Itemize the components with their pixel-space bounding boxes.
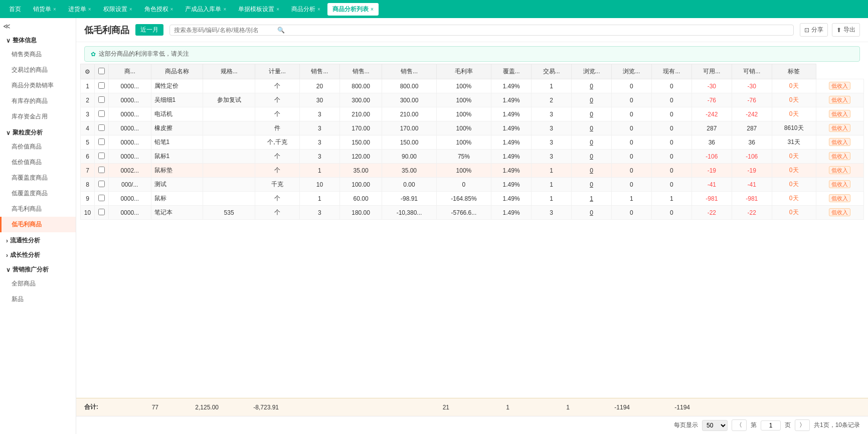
row-checkbox-cell[interactable] xyxy=(95,206,109,220)
row-checkbox-cell[interactable] xyxy=(95,107,109,121)
nav-analysis[interactable]: 商品分析 × xyxy=(286,3,325,16)
table-row: 7 0002... 鼠标垫 个 1 35.00 35.00 100% 1.49%… xyxy=(81,164,864,178)
sidebar-item-in-stock[interactable]: 有库存的商品 xyxy=(0,93,76,109)
row-trade[interactable]: 0 xyxy=(572,79,612,93)
sidebar-item-capital[interactable]: 库存资金占用 xyxy=(0,109,76,124)
sidebar-item-traded[interactable]: 交易过的商品 xyxy=(0,62,76,78)
page-number-input[interactable] xyxy=(761,420,781,430)
row-trade[interactable]: 0 xyxy=(572,135,612,150)
row-checkbox-cell[interactable] xyxy=(95,192,109,206)
row-checkbox-cell[interactable] xyxy=(95,121,109,135)
table-footer: 合计: 77 2,125.00 -8,723.91 21 1 1 -1194 -… xyxy=(76,398,868,416)
row-checkbox[interactable] xyxy=(98,167,105,173)
sidebar-item-high-coverage[interactable]: 高覆盖度商品 xyxy=(0,170,76,186)
row-checkbox-cell[interactable] xyxy=(95,164,109,178)
row-checkbox-cell[interactable] xyxy=(95,79,109,93)
row-checkbox[interactable] xyxy=(98,181,105,187)
nav-analysis-list[interactable]: 商品分析列表 × xyxy=(327,3,379,16)
row-trade[interactable]: 0 xyxy=(572,150,612,164)
row-trade[interactable]: 0 xyxy=(572,206,612,220)
col-trade[interactable]: 交易... xyxy=(532,64,572,79)
col-settings[interactable]: ⚙ xyxy=(81,64,95,79)
col-tag[interactable]: 标签 xyxy=(772,64,816,79)
col-amount[interactable]: 销售... xyxy=(382,64,436,79)
close-icon[interactable]: × xyxy=(129,7,132,12)
col-checkbox[interactable] xyxy=(95,64,109,79)
sidebar-group-circulation[interactable]: › 流通性分析 xyxy=(0,232,76,247)
close-icon[interactable]: × xyxy=(223,7,226,12)
sidebar-item-low-value[interactable]: 低价值商品 xyxy=(0,155,76,170)
close-icon[interactable]: × xyxy=(170,7,173,12)
table-container[interactable]: ⚙ 商... 商品名称 规格... 计量... 销售... 销售... 销售..… xyxy=(76,64,868,398)
col-name[interactable]: 商品名称 xyxy=(151,64,203,79)
per-page-select[interactable]: 50 100 200 xyxy=(702,420,728,431)
nav-roles[interactable]: 角色授权 × xyxy=(139,3,179,16)
row-trade[interactable]: 0 xyxy=(572,107,612,121)
row-checkbox[interactable] xyxy=(98,82,105,89)
row-checkbox-cell[interactable] xyxy=(95,135,109,150)
sidebar-item-sales-products[interactable]: 销售类商品 xyxy=(0,47,76,62)
col-code[interactable]: 商... xyxy=(109,64,151,79)
col-unit[interactable]: 计量... xyxy=(255,64,299,79)
sidebar-item-low-coverage[interactable]: 低覆盖度商品 xyxy=(0,186,76,201)
col-stock[interactable]: 现有... xyxy=(651,64,691,79)
next-page-btn[interactable]: 〉 xyxy=(795,419,810,431)
row-trade[interactable]: 0 xyxy=(572,178,612,192)
sidebar-item-high-value[interactable]: 高价值商品 xyxy=(0,139,76,155)
close-icon[interactable]: × xyxy=(53,7,56,12)
nav-permissions[interactable]: 权限设置 × xyxy=(98,3,137,16)
close-icon[interactable]: × xyxy=(371,7,374,12)
row-checkbox[interactable] xyxy=(98,209,105,215)
filter-recent-btn[interactable]: 近一月 xyxy=(135,24,163,36)
share-button[interactable]: ⊡ 分享 xyxy=(800,23,828,37)
row-checkbox-cell[interactable] xyxy=(95,93,109,107)
col-browse1[interactable]: 浏览... xyxy=(572,64,612,79)
close-icon[interactable]: × xyxy=(276,7,279,12)
sidebar-group-growth[interactable]: › 成长性分析 xyxy=(0,247,76,261)
search-input[interactable] xyxy=(174,27,274,34)
nav-home[interactable]: 首页 xyxy=(4,3,26,16)
row-amount: -10,380... xyxy=(382,206,436,220)
row-checkbox-cell[interactable] xyxy=(95,178,109,192)
col-browse2[interactable]: 浏览... xyxy=(611,64,651,79)
footer-amount: -8,723.91 xyxy=(239,404,279,411)
sidebar-item-all-products[interactable]: 全部商品 xyxy=(0,276,76,292)
sidebar-item-category-rate[interactable]: 商品分类助销率 xyxy=(0,78,76,93)
row-trade[interactable]: 0 xyxy=(572,121,612,135)
row-tag: 低收入 xyxy=(816,192,863,206)
row-checkbox[interactable] xyxy=(98,124,105,131)
nav-sales[interactable]: 销货单 × xyxy=(28,3,61,16)
col-avail[interactable]: 可用... xyxy=(691,64,732,79)
export-button[interactable]: ⬆ 导出 xyxy=(832,23,860,37)
row-trade[interactable]: 0 xyxy=(572,164,612,178)
row-trade[interactable]: 0 xyxy=(572,93,612,107)
sidebar-item-new-products[interactable]: 新品 xyxy=(0,292,76,307)
row-checkbox[interactable] xyxy=(98,110,105,117)
nav-purchase[interactable]: 进货单 × xyxy=(63,3,96,16)
row-checkbox[interactable] xyxy=(98,96,105,103)
row-trade[interactable]: 1 xyxy=(572,192,612,206)
col-price[interactable]: 销售... xyxy=(339,64,382,79)
sidebar-item-high-profit[interactable]: 高毛利商品 xyxy=(0,201,76,217)
row-checkbox[interactable] xyxy=(98,195,105,201)
collapse-icon[interactable]: ≪ xyxy=(3,22,11,30)
col-coverage[interactable]: 覆盖... xyxy=(491,64,532,79)
row-checkbox[interactable] xyxy=(98,153,105,159)
close-icon[interactable]: × xyxy=(88,7,91,12)
close-icon[interactable]: × xyxy=(317,7,320,12)
nav-products[interactable]: 产成品入库单 × xyxy=(180,3,231,16)
select-all-checkbox[interactable] xyxy=(98,68,105,74)
col-spec[interactable]: 规格... xyxy=(203,64,255,79)
col-qty[interactable]: 销售... xyxy=(299,64,339,79)
row-unit: 件 xyxy=(255,121,299,135)
row-stock: -30 xyxy=(691,79,732,93)
prev-page-btn[interactable]: 〈 xyxy=(732,419,747,431)
row-gross: 1.49% xyxy=(491,93,532,107)
row-checkbox-cell[interactable] xyxy=(95,150,109,164)
col-gross[interactable]: 毛利率 xyxy=(436,64,491,79)
row-checkbox[interactable] xyxy=(98,138,105,145)
col-days[interactable]: 可销... xyxy=(732,64,772,79)
sidebar-item-low-profit[interactable]: 低毛利商品 xyxy=(0,217,76,232)
search-icon[interactable]: 🔍 xyxy=(277,27,285,34)
nav-templates[interactable]: 单据模板设置 × xyxy=(233,3,284,16)
